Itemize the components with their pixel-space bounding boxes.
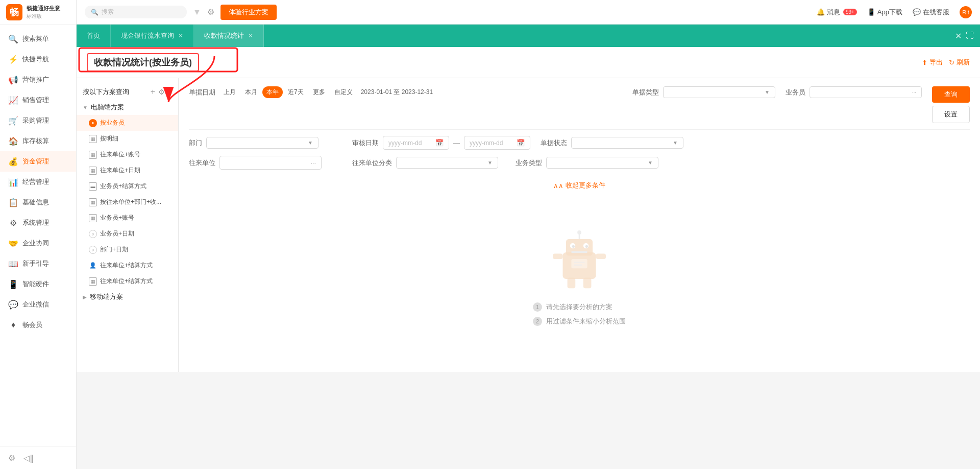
sidebar-item-member[interactable]: ♦ 畅会员	[0, 315, 76, 335]
app-download-button[interactable]: 📱 App下载	[867, 8, 902, 17]
settings-button[interactable]: 设置	[932, 106, 970, 123]
sidebar-item-finance[interactable]: 💰 资金管理	[0, 151, 76, 172]
logo-icon: 畅	[6, 4, 22, 20]
detail-scheme-icon: ▦	[89, 135, 97, 143]
filter-section: 单据日期 上月 本月 本年 近7天 更多 自定义	[179, 78, 980, 195]
scheme-item-dept-date[interactable]: ○ 部门+日期	[77, 242, 178, 257]
hardware-icon: 📱	[8, 279, 18, 289]
message-button[interactable]: 🔔 消息 99+	[817, 8, 857, 17]
sidebar-item-system[interactable]: ⚙ 系统管理	[0, 213, 76, 233]
sidebar-item-guide[interactable]: 📖 新手引导	[0, 253, 76, 274]
tab-home[interactable]: 首页	[77, 25, 111, 47]
biz-type-select[interactable]: ▼	[546, 157, 658, 169]
date-btn-last-month[interactable]: 上月	[219, 86, 240, 98]
date-btn-7days[interactable]: 近7天	[284, 86, 308, 98]
doc-type-chevron: ▼	[765, 89, 770, 95]
operations-icon: 📊	[8, 177, 18, 187]
salesperson-select[interactable]: ···	[810, 86, 922, 98]
refresh-button[interactable]: ↻ 刷新	[949, 58, 970, 67]
scheme-item-detail[interactable]: ▦ 按明细	[77, 131, 178, 147]
scheme-item-partner-dept[interactable]: ▦ 按往来单位+部门+收...	[77, 194, 178, 210]
online-service-button[interactable]: 💬 在线客服	[913, 8, 949, 17]
sidebar-collapse-icon[interactable]: ◁‖	[23, 453, 34, 463]
sidebar-item-quicknav[interactable]: ⚡ 快捷导航	[0, 49, 76, 69]
doc-status-select[interactable]: ▼	[571, 137, 683, 149]
scheme-item-salesperson-settle[interactable]: ▬ 业务员+结算方式	[77, 178, 178, 194]
dropdown-icon[interactable]: ▼	[193, 8, 201, 17]
sidebar-item-marketing[interactable]: 📢 营销推广	[0, 69, 76, 90]
scheme-item-partner-account[interactable]: ▦ 往来单位+账号	[77, 147, 178, 162]
sidebar: 畅 畅捷通好生意 标准版 🔍 搜索菜单 ⚡ 快捷导航 📢 营销推广 📈	[0, 0, 77, 469]
doc-type-select[interactable]: ▼	[663, 86, 775, 98]
window-expand-btn[interactable]: ⛶	[966, 31, 974, 40]
salesperson-label: 业务员	[786, 88, 805, 97]
sidebar-item-hardware[interactable]: 📱 智能硬件	[0, 274, 76, 294]
partner-select[interactable]: ···	[219, 156, 322, 170]
date-btn-this-month[interactable]: 本月	[241, 86, 261, 98]
enterprise-icon: 🤝	[8, 238, 18, 248]
scheme-item-partner-settle2[interactable]: ▦ 往来单位+结算方式	[77, 273, 178, 289]
tab-collection-close[interactable]: ✕	[248, 32, 253, 39]
svg-rect-13	[571, 259, 587, 268]
sidebar-item-warehouse[interactable]: 🏠 库存核算	[0, 131, 76, 151]
doc-status-label: 单据状态	[541, 138, 567, 148]
sidebar-settings-icon[interactable]: ⚙	[8, 453, 15, 463]
partner-category-label: 往来单位分类	[352, 158, 392, 168]
review-date-from[interactable]: yyyy-mm-dd 📅	[383, 136, 449, 150]
tab-bank-close[interactable]: ✕	[178, 32, 183, 39]
sidebar-item-search[interactable]: 🔍 搜索菜单	[0, 29, 76, 49]
tab-collection[interactable]: 收款情况统计 ✕	[194, 25, 264, 47]
collapse-panel-icon[interactable]: «	[168, 88, 172, 96]
sidebar-item-basic[interactable]: 📋 基础信息	[0, 192, 76, 213]
scheme-item-salesperson-date[interactable]: ○ 业务员+日期	[77, 226, 178, 242]
scheme-group-mobile-title[interactable]: ▶ 移动端方案	[77, 289, 178, 304]
system-icon: ⚙	[8, 218, 18, 228]
date-btn-this-year[interactable]: 本年	[262, 86, 283, 98]
export-button[interactable]: ⬆ 导出	[922, 58, 943, 67]
expand-icon: ▼	[83, 105, 88, 110]
salesperson-scheme-icon: ●	[89, 119, 97, 127]
window-close-btn[interactable]: ✕	[955, 31, 962, 41]
svg-rect-10	[596, 254, 606, 259]
add-scheme-icon[interactable]: +	[151, 87, 155, 97]
sidebar-nav: 🔍 搜索菜单 ⚡ 快捷导航 📢 营销推广 📈 销售管理 🛒 采购管理 🏠	[0, 25, 76, 447]
trial-button[interactable]: 体验行业方案	[220, 5, 277, 20]
date-btn-more[interactable]: 更多	[309, 86, 329, 98]
refresh-icon: ↻	[949, 59, 954, 66]
date-btn-custom[interactable]: 自定义	[330, 86, 357, 98]
topbar-settings-icon[interactable]: ⚙	[207, 7, 214, 17]
scheme-item-partner-settle1[interactable]: 👤 往来单位+结算方式	[77, 257, 178, 273]
search-icon: 🔍	[8, 34, 18, 44]
warehouse-icon: 🏠	[8, 136, 18, 146]
scheme-item-partner-date[interactable]: ▦ 往来单位+日期	[77, 162, 178, 178]
partner-category-select[interactable]: ▼	[396, 157, 498, 169]
sidebar-item-enterprise[interactable]: 🤝 企业协同	[0, 233, 76, 253]
quicknav-icon: ⚡	[8, 54, 18, 64]
scheme-settings-icon[interactable]: ⚙	[158, 88, 165, 96]
content-area: 按以下方案查询 + ⚙ « ▼ 电脑端方案	[77, 78, 980, 372]
query-button[interactable]: 查询	[932, 86, 970, 103]
salesperson-date-icon: ○	[89, 230, 97, 238]
filter-main: 单据日期 上月 本月 本年 近7天 更多 自定义	[179, 78, 980, 170]
svg-rect-15	[574, 264, 582, 266]
scheme-item-salesperson[interactable]: ● 按业务员	[77, 115, 178, 131]
empty-robot-illustration	[546, 226, 612, 292]
page-content: 收款情况统计(按业务员) ⬆ 导出 ↻ 刷新 按以下方	[77, 47, 980, 469]
logo-text: 畅捷通好生意 标准版	[27, 5, 60, 19]
review-date-to[interactable]: yyyy-mm-dd 📅	[464, 136, 530, 150]
tab-bank[interactable]: 现金银行流水查询 ✕	[111, 25, 194, 47]
sidebar-item-sales[interactable]: 📈 销售管理	[0, 90, 76, 110]
left-panel-header: 按以下方案查询 + ⚙ «	[77, 84, 178, 100]
scheme-item-salesperson-account[interactable]: ▦ 业务员+账号	[77, 210, 178, 226]
tabbar: 首页 现金银行流水查询 ✕ 收款情况统计 ✕ ✕ ⛶	[77, 25, 980, 47]
sidebar-item-operations[interactable]: 📊 经营管理	[0, 172, 76, 192]
page-title: 收款情况统计(按业务员)	[87, 53, 199, 72]
sidebar-item-wechat[interactable]: 💬 企业微信	[0, 294, 76, 315]
finance-icon: 💰	[8, 156, 18, 167]
scheme-group-pc-title[interactable]: ▼ 电脑端方案	[77, 100, 178, 115]
sidebar-item-purchase[interactable]: 🛒 采购管理	[0, 110, 76, 131]
user-avatar[interactable]: Rit	[960, 6, 972, 18]
collapse-bar[interactable]: ∧∧ 收起更多条件	[179, 176, 980, 195]
topbar-search[interactable]: 🔍 搜索	[85, 6, 187, 18]
dept-select[interactable]: ▼	[206, 137, 318, 149]
